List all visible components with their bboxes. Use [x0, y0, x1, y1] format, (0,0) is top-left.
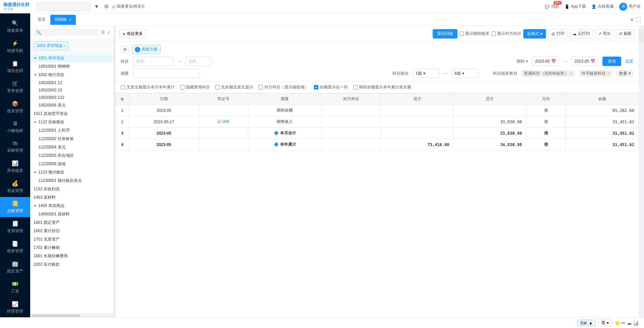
tree-item-10010001[interactable]: 10010001 哟哟哟	[30, 62, 114, 71]
cb-remain-one-col-input[interactable]	[314, 85, 318, 89]
cb-hide-disabled-input[interactable]	[180, 85, 184, 89]
tree-item-11220006[interactable]: 11220006 游戏	[30, 160, 114, 168]
period-start-picker[interactable]: 2023-05 📅	[532, 57, 559, 66]
sidebar-item-project[interactable]: 📋 项目合同	[0, 57, 30, 77]
expand-icon[interactable]: ⤢	[107, 30, 110, 35]
cloud-icon[interactable]: ☁	[627, 320, 632, 326]
tag-normal-close[interactable]: ✕	[570, 72, 572, 75]
tree-item-10020006[interactable]: 10020006 美元	[30, 101, 114, 110]
sidebar-item-wholesale[interactable]: 📦 批发管理	[0, 97, 30, 117]
sidebar-item-invoice[interactable]: 🧾 发票管理	[0, 217, 30, 237]
tree-item-1701[interactable]: 1701 无形资产	[30, 235, 114, 244]
tree-item-1403[interactable]: 1403 原材料	[30, 193, 114, 202]
tree-item-11220002[interactable]: 11220002 往来标签	[30, 135, 114, 143]
cb-no-remain-input[interactable]	[215, 85, 220, 89]
account-select[interactable]: 选择... ···	[133, 57, 173, 66]
return-old-version-btn[interactable]: 退回旧版	[433, 29, 458, 39]
level-from-select[interactable]: 1级 ▾	[413, 69, 439, 78]
tree-item-10020001[interactable]: 10020001 12	[30, 79, 114, 86]
voucher-link-2[interactable]: 记-006	[217, 119, 229, 124]
sidebar-item-search[interactable]: 🔍 搜索菜单	[0, 17, 30, 37]
cb-remain-one-col[interactable]: 余额显示在一列	[314, 84, 348, 90]
edit-icon[interactable]: ✏	[622, 320, 626, 326]
refresh-btn[interactable]: ↺ 刷新	[616, 29, 635, 39]
tree-item-11230001[interactable]: 11230001 预付账款美元	[30, 177, 114, 185]
message-btn[interactable]: 💬 消息 99+	[545, 4, 559, 9]
tree-item-1123[interactable]: ▼ 1123 预付账款	[30, 168, 114, 177]
list-view-icon[interactable]: ☰	[101, 30, 105, 35]
tab-home[interactable]: 首页	[34, 15, 50, 25]
settings-icon[interactable]: ▼	[94, 4, 99, 10]
cb-contra-input[interactable]	[259, 85, 263, 89]
collapse-more-btn[interactable]: ∧ 收起更多	[119, 29, 146, 38]
period-end-picker[interactable]: 2023-05 📅	[571, 57, 598, 66]
cb-no-balance-input[interactable]	[121, 85, 125, 89]
lang-btn[interactable]: 英 ▾	[598, 319, 612, 327]
tab-close-window-icon[interactable]: ✕	[630, 17, 634, 22]
account-search-input[interactable]	[43, 30, 97, 35]
breadcrumb-account[interactable]: 1001 库存现金 ›	[34, 41, 68, 50]
tree-item-11220004[interactable]: 11220004 美元	[30, 143, 114, 151]
tree-item-11220005[interactable]: 11220005 所在地区	[30, 151, 114, 160]
sidebar-item-capital[interactable]: 💰 资金管理	[0, 177, 30, 197]
tree-item-1801[interactable]: 1801 长期待摊费用	[30, 252, 114, 260]
user-avatar-btn[interactable]: 用 用户名	[619, 3, 641, 11]
account-select-2[interactable]: 选择...	[185, 57, 212, 66]
query-btn[interactable]: 查询	[602, 57, 621, 66]
tree-item-1405[interactable]: ▼ 1405 库存商品	[30, 202, 114, 210]
scheme-btn[interactable]: ○ 系统方案	[132, 45, 161, 54]
tag-foreign-close[interactable]: ✕	[607, 72, 610, 75]
eat-btn[interactable]: Eat ▲	[578, 320, 596, 326]
export-btn[interactable]: ↗ 导出	[595, 29, 614, 39]
cb-hide-disabled[interactable]: 隐藏禁用科目	[180, 84, 210, 90]
summary-input[interactable]	[133, 69, 200, 78]
sidebar-item-operations[interactable]: 📈 经营管理	[0, 298, 30, 317]
cb-no-balance[interactable]: 无发生额显示本月本年累计	[121, 84, 175, 90]
tree-item-11220001[interactable]: 11220001 人民币	[30, 126, 114, 135]
settings-link[interactable]: 设置	[625, 59, 633, 64]
cb-contra[interactable]: 对方科目（显示辅助项）	[259, 84, 309, 90]
tab-detail[interactable]: 明细账 ✕	[50, 15, 76, 25]
sidebar-item-tax[interactable]: 📑 税务管理	[0, 237, 30, 257]
app-download-btn[interactable]: 📱 App下载	[565, 4, 586, 9]
tree-item-14050001[interactable]: 14050001 原材料	[30, 210, 114, 218]
tab-close-icon[interactable]: ✕	[69, 18, 71, 21]
sidebar-item-inventory[interactable]: 📊 库存核算	[0, 157, 30, 177]
tree-item-1012[interactable]: 1012 其他货币资金	[30, 110, 114, 118]
level-to-select[interactable]: 6级 ▾	[451, 69, 478, 78]
right-edge-collapse-btn[interactable]: ‹	[639, 29, 644, 43]
sidebar-item-assets[interactable]: 🏢 固定资产	[0, 257, 30, 277]
tree-item-1001[interactable]: ▼ 1001 库存现金	[30, 54, 114, 62]
cb-no-remain[interactable]: 无余额无发生显示	[215, 84, 253, 90]
chart-icon[interactable]: 📊	[633, 320, 639, 326]
show-contra-checkbox[interactable]	[491, 31, 496, 36]
sidebar-item-retail[interactable]: 🛒 零售管理	[0, 77, 30, 97]
sidebar-item-ecommerce[interactable]: 🖥 小畅电商	[0, 117, 30, 137]
tab-maximize-icon[interactable]: ⛶	[636, 17, 641, 22]
tree-item-1132[interactable]: 1132 应收利息	[30, 185, 114, 193]
tree-item-10020003[interactable]: 10020003 122	[30, 94, 114, 101]
star-icon[interactable]: ⭐	[614, 320, 620, 326]
cb-period-cum-input[interactable]	[353, 85, 358, 89]
tree-item-10020002[interactable]: 10020002 23	[30, 86, 114, 94]
tree-item-1702[interactable]: 1702 累计摊销	[30, 244, 114, 252]
cb-period-cum[interactable]: 期初余额显示本年累计发生额	[353, 84, 411, 90]
tree-item-1601[interactable]: 1601 固定资产	[30, 218, 114, 227]
tree-scrollbar[interactable]	[30, 313, 114, 317]
tree-item-1122[interactable]: ▼ 1122 应收账款	[30, 118, 114, 126]
sidebar-item-purchase[interactable]: 🛍 采购管理	[0, 137, 30, 157]
demo-link[interactable]: ◎ 我要看实例演示	[112, 4, 145, 9]
cloud-print-btn[interactable]: ☁ 云打印	[570, 29, 593, 39]
tree-item-1002[interactable]: ▼ 1002 银行存款	[30, 71, 114, 79]
show-check-checkbox[interactable]	[460, 31, 464, 36]
print-btn[interactable]: 🖨 打印	[548, 29, 568, 39]
sidebar-item-quick[interactable]: ⚡ 快捷导航	[0, 37, 30, 57]
tree-item-2202[interactable]: 2202 应付账款	[30, 260, 114, 269]
account-search-box[interactable]: 🔍	[34, 29, 99, 36]
gear-icon[interactable]: ⚙	[104, 3, 109, 10]
sidebar-item-salary[interactable]: 💵 工资	[0, 277, 30, 298]
topbar-search-input[interactable]	[37, 2, 91, 11]
amount-mode-dropdown[interactable]: 金额式 ▾	[523, 29, 546, 39]
sidebar-item-general[interactable]: 📒 总账管理	[0, 197, 30, 217]
online-service-btn[interactable]: 👤 在线客服	[591, 4, 614, 9]
